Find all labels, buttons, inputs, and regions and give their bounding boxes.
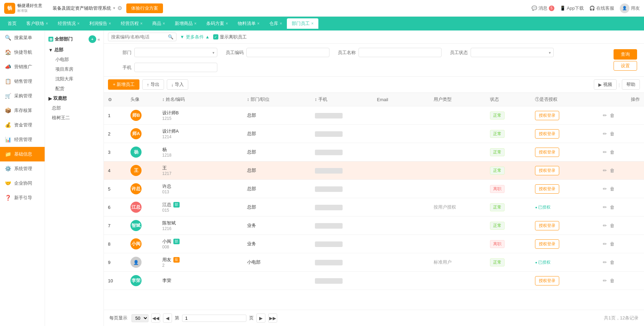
prev-page-button[interactable]: ◀ [163,314,172,323]
tab-close-icon[interactable]: × [46,21,48,26]
sidebar-item-inventory[interactable]: 📦库存核算 [0,103,45,118]
sidebar-item-search[interactable]: 🔍搜索菜单 [0,30,45,45]
user-menu[interactable]: 👤 用友 [620,3,640,13]
search-input[interactable] [111,34,166,39]
search-icon[interactable]: 🔍 [168,34,173,39]
nav-tab-客户联络[interactable]: 客户联络 × [21,18,53,29]
sidebar-item-corp[interactable]: 🤝企业协同 [0,176,45,191]
empname-input[interactable] [359,48,442,57]
nav-tab-仓库[interactable]: 仓库 × [264,18,287,29]
edit-icon[interactable]: ✏ [603,168,607,173]
nav-tab-部门员工[interactable]: 部门员工 × [287,18,318,29]
page-size-select[interactable]: 50 [131,314,148,322]
sidebar-item-purchase[interactable]: 🛒采购管理 [0,89,45,103]
th-name[interactable]: ↕ 姓名/编码 [158,93,243,106]
add-employee-button[interactable]: + 新增员工 [108,79,139,90]
delete-icon[interactable]: 🗑 [610,131,615,136]
delete-icon[interactable]: 🗑 [610,259,615,265]
auth-button[interactable]: 授权登录 [535,221,559,230]
dept-node-xiaodian[interactable]: 小电部 [45,55,103,64]
dept-node-zhishuwanger[interactable]: 植树王二 [45,113,103,123]
th-phone[interactable]: ↕ 手机 [311,93,373,106]
tab-close-icon[interactable]: × [77,21,80,26]
nav-tab-条码方案[interactable]: 条码方案 × [201,18,233,29]
sidebar-item-basic[interactable]: 📁基础信息 [0,147,45,161]
auth-button[interactable]: 授权登录 [535,239,559,249]
tab-close-icon[interactable]: × [163,21,165,26]
show-resigned-checkbox[interactable]: ✓ 显示离职员工 [213,34,247,40]
delete-icon[interactable]: 🗑 [610,113,615,118]
tab-close-icon[interactable]: × [280,21,282,26]
nav-tab-首页[interactable]: 首页 [3,18,21,29]
online-service-button[interactable]: 🎧 在线客服 [589,5,614,11]
tab-close-icon[interactable]: × [194,21,197,26]
settings-icon[interactable]: ⚙ [117,5,122,11]
nav-tab-经营历程[interactable]: 经营历程 × [116,18,147,29]
edit-icon[interactable]: ✏ [603,223,607,228]
dept-collapse-button[interactable]: « [98,37,100,42]
tab-close-icon[interactable]: × [226,21,228,26]
next-page-button[interactable]: ▶ [256,314,265,323]
title-dropdown[interactable]: ▾ [113,6,115,10]
dept-node-peihuo[interactable]: 配货 [45,84,103,94]
dept-node-zongbu[interactable]: 总部 [45,103,103,113]
trial-button[interactable]: 体验行业方案 [126,3,163,13]
delete-icon[interactable]: 🗑 [610,186,615,192]
sidebar-item-marketing[interactable]: 📣营销推广 [0,60,45,74]
last-page-button[interactable]: ▶▶ [268,314,277,323]
tab-close-icon[interactable]: × [140,21,143,26]
first-page-button[interactable]: ◀◀ [151,314,160,323]
nav-tab-物料清单[interactable]: 物料清单 × [233,18,264,29]
dept-select[interactable] [134,48,217,57]
nav-tab-商品[interactable]: 商品 × [147,18,170,29]
edit-icon[interactable]: ✏ [603,113,607,118]
nav-tab-经营情况[interactable]: 经营情况 × [53,18,84,29]
tab-close-icon[interactable]: × [257,21,260,26]
sidebar-item-system[interactable]: ⚙️系统管理 [0,161,45,176]
nav-tab-新增商品[interactable]: 新增商品 × [170,18,201,29]
dept-add-button[interactable]: + [89,35,96,43]
empcode-input[interactable] [246,48,329,57]
message-button[interactable]: 💬 消息 5 [532,5,554,11]
delete-icon[interactable]: 🗑 [610,278,615,283]
export-button[interactable]: ↑ 导出 [142,79,164,90]
th-dept[interactable]: ↕ 部门/职位 [243,93,311,106]
query-button[interactable]: 查询 [614,49,637,60]
edit-icon[interactable]: ✏ [603,204,607,210]
sidebar-item-sales[interactable]: 📋销售管理 [0,74,45,89]
dept-node-shenyangdaku[interactable]: 沈阳大库 [45,74,103,84]
import-button[interactable]: ↓ 导入 [167,79,189,90]
page-number-input[interactable] [182,315,246,322]
tab-close-icon[interactable]: × [109,21,111,26]
dept-node-zongbu-group[interactable]: ▼总部 [45,45,103,55]
auth-button[interactable]: 授权登录 [535,148,559,157]
sidebar-item-shortcut[interactable]: 🏠快捷导航 [0,45,45,60]
sidebar-item-operations[interactable]: 📊经营管理 [0,132,45,147]
auth-button[interactable]: 授权登录 [535,111,559,120]
auth-button[interactable]: 授权登录 [535,166,559,175]
auth-button[interactable]: 授权登录 [535,129,559,139]
set-button[interactable]: 设置 [614,61,637,71]
sidebar-item-guide[interactable]: ❓新手引导 [0,191,45,205]
edit-icon[interactable]: ✏ [603,241,607,247]
empstatus-select[interactable] [471,48,554,57]
help-button[interactable]: 帮助 [622,79,640,90]
phone-input[interactable] [134,63,217,72]
delete-icon[interactable]: 🗑 [610,223,615,228]
th-settings[interactable]: ⚙ [104,93,126,106]
tab-close-icon[interactable]: × [311,21,314,26]
edit-icon[interactable]: ✏ [603,278,607,283]
delete-icon[interactable]: 🗑 [610,149,615,155]
dept-node-shuanglu[interactable]: ▶双鹿想 [45,94,103,103]
edit-icon[interactable]: ✏ [603,259,607,265]
sidebar-item-finance[interactable]: 💰资金管理 [0,118,45,132]
auth-button[interactable]: 授权登录 [535,276,559,285]
edit-icon[interactable]: ✏ [603,186,607,192]
nav-tab-利润报告[interactable]: 利润报告 × [84,18,116,29]
auth-button[interactable]: 授权登录 [535,184,559,194]
edit-icon[interactable]: ✏ [603,149,607,155]
dept-node-xiangmukufang[interactable]: 项目库房 [45,64,103,74]
delete-icon[interactable]: 🗑 [610,168,615,173]
delete-icon[interactable]: 🗑 [610,241,615,247]
view-button[interactable]: ▶ 视频 [594,79,617,90]
